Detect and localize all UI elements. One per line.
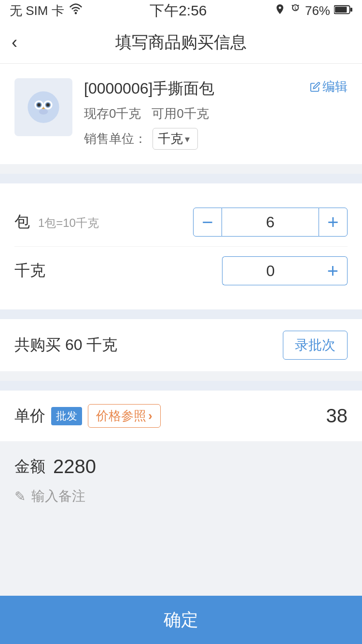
- bag-quantity-input[interactable]: [222, 208, 319, 237]
- note-row[interactable]: ✎ 输入备注: [14, 487, 348, 505]
- status-left: 无 SIM 卡: [10, 2, 83, 19]
- product-image: [14, 78, 72, 136]
- bag-increment-button[interactable]: +: [319, 208, 348, 237]
- separator-3: [0, 381, 362, 391]
- back-button[interactable]: ‹: [12, 32, 17, 53]
- note-label: 输入备注: [31, 487, 85, 505]
- battery-text: 76%: [305, 3, 330, 18]
- price-value: 38: [326, 405, 348, 427]
- bag-sub-label: 1包=10千克: [38, 216, 99, 229]
- total-text: 共购买 60 千克: [14, 335, 117, 356]
- unit-select[interactable]: 千克 ▾: [153, 128, 198, 150]
- amount-section: 金额 2280 ✎ 输入备注: [0, 441, 362, 515]
- wifi-icon: [69, 2, 83, 19]
- page-title: 填写商品购买信息: [115, 31, 247, 54]
- nav-bar: ‹ 填写商品购买信息: [0, 21, 362, 64]
- kg-input-row: 千克 +: [14, 247, 348, 295]
- separator-2: [0, 309, 362, 319]
- kg-quantity-input[interactable]: [222, 256, 319, 285]
- carrier-text: 无 SIM 卡: [10, 2, 64, 19]
- pencil-icon: ✎: [14, 489, 26, 504]
- amount-row: 金额 2280: [14, 456, 348, 477]
- alarm-icon: [290, 3, 301, 18]
- bag-label: 包: [14, 213, 30, 230]
- product-info: [0000006]手撕面包 编辑 现存0千克 可用0千克 销售单位： 千克 ▾: [84, 78, 348, 150]
- dropdown-icon: ▾: [185, 133, 190, 145]
- battery-icon: [334, 3, 352, 18]
- price-ref-button[interactable]: 价格参照 ›: [88, 404, 161, 428]
- bag-decrement-button[interactable]: −: [193, 208, 222, 237]
- bag-quantity-control: − +: [193, 208, 348, 237]
- amount-value: 2280: [53, 456, 96, 477]
- product-unit-row: 销售单位： 千克 ▾: [84, 128, 348, 150]
- confirm-button[interactable]: 确定: [0, 596, 362, 644]
- kg-label: 千克: [14, 260, 45, 281]
- separator-1: [0, 174, 362, 183]
- price-label: 单价: [14, 406, 45, 427]
- kg-increment-button[interactable]: +: [319, 256, 348, 285]
- status-right: 76%: [274, 3, 352, 18]
- svg-point-0: [75, 13, 76, 14]
- chevron-right-icon: ›: [148, 408, 153, 423]
- batch-button[interactable]: 录批次: [283, 331, 348, 360]
- price-batch-tag: 批发: [51, 407, 82, 425]
- price-label-row: 单价 批发 价格参照 ›: [14, 404, 161, 428]
- edit-button[interactable]: 编辑: [310, 78, 348, 95]
- svg-point-9: [37, 103, 41, 107]
- amount-label: 金额: [14, 456, 45, 477]
- svg-point-10: [46, 103, 50, 107]
- bag-input-row: 包 1包=10千克 − +: [14, 198, 348, 247]
- svg-rect-3: [335, 6, 347, 12]
- product-stock: 现存0千克 可用0千克: [84, 105, 348, 122]
- location-icon: [274, 3, 286, 18]
- svg-rect-2: [350, 7, 352, 11]
- total-section: 共购买 60 千克 录批次: [0, 319, 362, 371]
- product-card: [0000006]手撕面包 编辑 现存0千克 可用0千克 销售单位： 千克 ▾: [0, 64, 362, 164]
- price-section: 单价 批发 价格参照 › 38: [0, 391, 362, 441]
- input-section: 包 1包=10千克 − + 千克 +: [0, 183, 362, 309]
- kg-quantity-control: +: [222, 256, 348, 285]
- product-name: [0000006]手撕面包: [84, 78, 214, 99]
- status-bar: 无 SIM 卡 下午2:56: [0, 0, 362, 21]
- product-header: [0000006]手撕面包 编辑: [84, 78, 348, 99]
- svg-point-11: [39, 109, 48, 115]
- status-time: 下午2:56: [150, 1, 207, 21]
- bag-label-group: 包 1包=10千克: [14, 211, 99, 233]
